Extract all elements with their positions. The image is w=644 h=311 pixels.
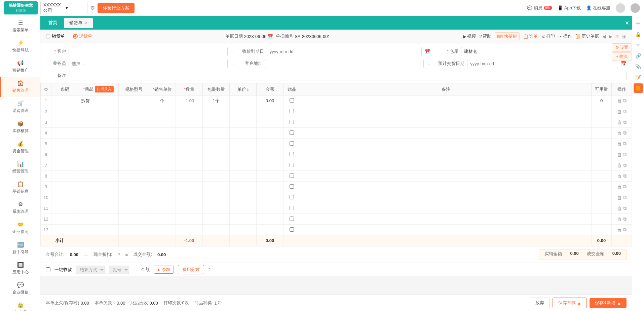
copy-icon[interactable]: ⧉ bbox=[623, 184, 627, 190]
remark-input[interactable] bbox=[69, 71, 627, 80]
cell-product[interactable]: 拆货 bbox=[78, 95, 119, 106]
cell-gift[interactable] bbox=[283, 149, 300, 160]
delete-icon[interactable]: 🗑 bbox=[617, 184, 622, 190]
cell-qty[interactable]: -1.00 bbox=[176, 95, 203, 106]
sidebar-item-guide[interactable]: 🆕 新手引导 bbox=[0, 238, 40, 258]
delete-icon[interactable]: 🗑 bbox=[617, 130, 622, 136]
delete-icon[interactable]: 🗑 bbox=[617, 152, 622, 157]
cell-gift[interactable] bbox=[283, 128, 300, 139]
cell-product[interactable] bbox=[78, 139, 119, 149]
cell-product[interactable] bbox=[78, 128, 119, 139]
cell-product[interactable] bbox=[78, 225, 119, 235]
shortcut-btn[interactable]: ⌨ 快捷键 bbox=[495, 32, 520, 40]
cell-gift[interactable] bbox=[283, 106, 300, 117]
cell-qty[interactable] bbox=[176, 149, 203, 160]
float-active-btn[interactable]: 🟠 bbox=[634, 83, 643, 93]
copy-icon[interactable]: ⧉ bbox=[623, 130, 627, 136]
sidebar-item-system[interactable]: ⚙ 系统管理 bbox=[0, 198, 40, 218]
sidebar-item-search[interactable]: ☰ 搜索菜单 bbox=[0, 16, 40, 36]
cell-qty[interactable] bbox=[176, 192, 203, 203]
payment-method-select[interactable]: 结算方式 bbox=[76, 266, 105, 274]
copy-icon[interactable]: ⧉ bbox=[623, 227, 627, 233]
customer-addr-dots-icon[interactable]: ··· bbox=[426, 61, 430, 66]
operation-btn[interactable]: ⋯ 操作 bbox=[558, 33, 572, 39]
sidebar-item-inventory[interactable]: 📦 库存核算 bbox=[0, 117, 40, 137]
view-list-icon[interactable]: ≡ bbox=[616, 33, 619, 39]
delete-icon[interactable]: 🗑 bbox=[617, 141, 622, 147]
customer-dots-icon[interactable]: ··· bbox=[230, 49, 234, 54]
video-btn[interactable]: ▶ 视频 bbox=[463, 33, 476, 39]
sidebar-item-finance[interactable]: 💰 资金管理 bbox=[0, 137, 40, 157]
sidebar-item-apps[interactable]: 🔲 应用中心 bbox=[0, 258, 40, 278]
cell-product[interactable] bbox=[78, 171, 119, 182]
history-btn[interactable]: 📜 历史单据 bbox=[575, 33, 599, 39]
cell-product[interactable] bbox=[78, 106, 119, 117]
flow-btn[interactable]: + 物流 bbox=[612, 52, 632, 61]
float-lock-btn[interactable]: 🔒 bbox=[634, 30, 643, 39]
cell-qty[interactable] bbox=[176, 225, 203, 235]
cell-gift[interactable] bbox=[283, 192, 300, 203]
sidebar-item-base[interactable]: 📋 基础信息 bbox=[0, 178, 40, 198]
customer-input[interactable] bbox=[69, 47, 228, 56]
tab-bar-close-icon[interactable]: ✕ bbox=[625, 20, 629, 26]
cell-gift[interactable] bbox=[283, 160, 300, 171]
cell-product[interactable] bbox=[78, 117, 119, 128]
cell-product[interactable] bbox=[78, 182, 119, 192]
radio-return-order[interactable]: 退货单 bbox=[73, 33, 92, 39]
cell-qty[interactable] bbox=[176, 171, 203, 182]
delete-icon[interactable]: 🗑 bbox=[617, 120, 622, 125]
cell-qty[interactable] bbox=[176, 128, 203, 139]
settings-btn[interactable]: ⚙ 设置 bbox=[612, 43, 632, 52]
cell-product[interactable] bbox=[78, 149, 119, 160]
doc-date-calendar-icon[interactable]: 📅 bbox=[268, 34, 273, 39]
warehouse-input[interactable] bbox=[461, 47, 620, 56]
copy-icon[interactable]: ⧉ bbox=[623, 205, 627, 211]
cell-product[interactable] bbox=[78, 203, 119, 214]
cell-gift[interactable] bbox=[283, 203, 300, 214]
expected-date-calendar-icon[interactable]: 📅 bbox=[621, 61, 627, 66]
float-note-btn[interactable]: 📝 bbox=[634, 73, 643, 82]
fee-btn[interactable]: 费用分摊 bbox=[178, 265, 204, 274]
salesperson-dots-icon[interactable]: ··· bbox=[230, 61, 234, 66]
delete-icon[interactable]: 🗑 bbox=[617, 195, 622, 200]
sidebar-item-purchase[interactable]: 🛒 采购管理 bbox=[0, 97, 40, 117]
cell-gift[interactable] bbox=[283, 214, 300, 225]
copy-icon[interactable]: ⧉ bbox=[623, 195, 627, 200]
sidebar-item-marketing[interactable]: 📢 营销推广 bbox=[0, 56, 40, 77]
payment-account-select[interactable]: 账号 bbox=[109, 266, 129, 274]
total-owe-info-icon[interactable]: ? bbox=[113, 301, 115, 305]
cell-qty[interactable] bbox=[176, 117, 203, 128]
nav-prev-icon[interactable]: ◀ bbox=[602, 34, 606, 39]
scan-btn[interactable]: 扫码录入 bbox=[95, 86, 114, 92]
settings-icon[interactable]: ⚙ bbox=[90, 5, 95, 11]
delete-icon[interactable]: 🗑 bbox=[617, 98, 622, 104]
sidebar-item-collab[interactable]: 🤝 企业协同 bbox=[0, 218, 40, 238]
float-edit-btn[interactable]: ✏ bbox=[634, 19, 643, 28]
salesperson-input[interactable] bbox=[69, 59, 228, 68]
cell-qty[interactable] bbox=[176, 106, 203, 117]
float-attachment-btn[interactable]: 📎 bbox=[634, 62, 643, 71]
copy-icon[interactable]: ⧉ bbox=[623, 141, 627, 147]
tab-home[interactable]: 首页 bbox=[43, 18, 63, 28]
copy-icon[interactable]: ⧉ bbox=[623, 216, 627, 222]
discount-info-icon[interactable]: ? bbox=[118, 252, 120, 257]
payment-due-calendar-icon[interactable]: 📅 bbox=[424, 49, 430, 54]
expected-date-input[interactable] bbox=[467, 59, 618, 68]
print-btn[interactable]: 🖨 打印 bbox=[541, 33, 555, 39]
price-info-icon[interactable]: ℹ bbox=[247, 87, 249, 91]
delete-icon[interactable]: 🗑 bbox=[617, 173, 622, 179]
company-selector[interactable]: XXXXXX公司 ▼ bbox=[40, 1, 87, 15]
cell-qty[interactable] bbox=[176, 182, 203, 192]
cell-qty[interactable] bbox=[176, 139, 203, 149]
payment-dots-icon[interactable]: ··· bbox=[133, 267, 137, 272]
copy-icon[interactable]: ⧉ bbox=[623, 109, 627, 114]
copy-icon[interactable]: ⧉ bbox=[623, 98, 627, 104]
sidebar-item-operations[interactable]: 📊 经营管理 bbox=[0, 157, 40, 178]
copy-icon[interactable]: ⧉ bbox=[623, 173, 627, 179]
fee-help-icon[interactable]: ? bbox=[208, 267, 211, 272]
sidebar-item-sales[interactable]: 🏠 销售管理 bbox=[0, 77, 40, 97]
sidebar-item-member[interactable]: 👑 畅会员 bbox=[0, 299, 40, 311]
nav-next-icon[interactable]: ▶ bbox=[609, 34, 612, 39]
radio-sales-order[interactable]: 销货单 bbox=[46, 33, 65, 39]
delete-icon[interactable]: 🗑 bbox=[617, 109, 622, 114]
